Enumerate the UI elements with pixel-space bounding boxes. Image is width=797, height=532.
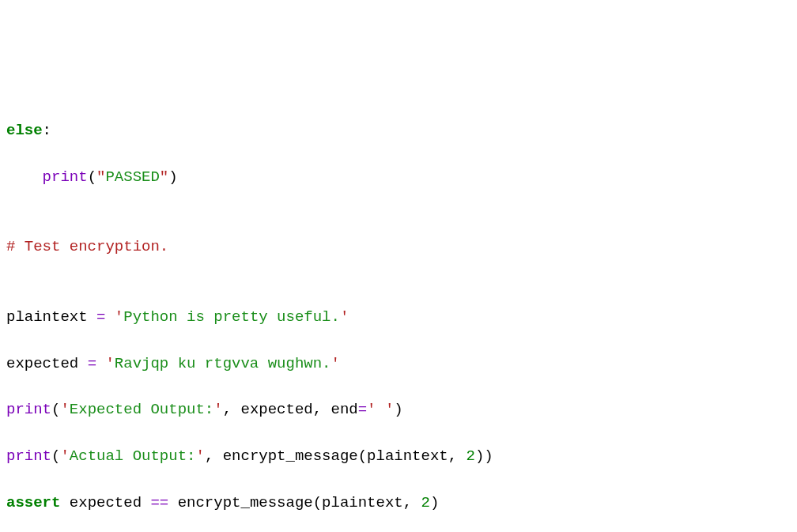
code-line: assert expected == encrypt_message(plain…	[6, 492, 791, 515]
quote: '	[385, 401, 394, 418]
text: encrypt_message(plaintext,	[168, 494, 421, 511]
comment: # Test encryption.	[6, 238, 168, 255]
quote: "	[160, 168, 168, 186]
quote: '	[60, 401, 69, 418]
quote: '	[331, 355, 340, 372]
string: Actual Output:	[70, 447, 196, 465]
text: expected	[60, 494, 150, 511]
code-line: else:	[6, 119, 791, 142]
equals: =	[358, 401, 367, 418]
code-line: expected = 'Ravjqp ku rtgvva wughwn.'	[6, 353, 791, 375]
quote: '	[195, 447, 204, 465]
quote: '	[340, 308, 349, 326]
keyword-assert: assert	[6, 494, 60, 511]
text: , encrypt_message(plaintext,	[205, 447, 466, 465]
paren: )	[168, 168, 177, 186]
string	[376, 401, 385, 418]
code-line: plaintext = 'Python is pretty useful.'	[6, 306, 791, 329]
string: Python is pretty useful.	[123, 308, 340, 326]
keyword-else: else	[6, 122, 43, 139]
indent	[6, 168, 43, 186]
equals: =	[96, 308, 105, 326]
dbl-equals: ==	[150, 494, 168, 511]
number: 2	[421, 494, 430, 511]
code-line: # Test encryption.	[6, 236, 791, 258]
text: , expected, end	[223, 401, 358, 418]
quote: "	[96, 168, 105, 186]
colon: :	[43, 122, 51, 139]
string: Expected Output:	[70, 401, 213, 418]
quote: '	[60, 447, 69, 465]
paren: )	[394, 401, 402, 418]
paren: ))	[475, 447, 493, 465]
var: expected	[6, 355, 88, 372]
code-block: else: print("PASSED") # Test encryption.…	[6, 96, 791, 532]
fn-print: print	[43, 168, 88, 186]
quote: '	[105, 355, 114, 372]
fn-print: print	[6, 447, 51, 465]
space	[96, 355, 105, 372]
code-line: print('Expected Output:', expected, end=…	[6, 398, 791, 421]
quote: '	[115, 308, 123, 326]
quote: '	[367, 401, 376, 418]
fn-print: print	[6, 401, 51, 418]
paren: )	[430, 494, 439, 511]
code-line: print('Actual Output:', encrypt_message(…	[6, 445, 791, 468]
string: Ravjqp ku rtgvva wughwn.	[115, 355, 331, 372]
code-line: print("PASSED")	[6, 166, 791, 189]
string-passed: PASSED	[105, 168, 159, 186]
paren: (	[51, 447, 60, 465]
equals: =	[88, 355, 96, 372]
space	[105, 308, 114, 326]
var: plaintext	[6, 308, 96, 326]
quote: '	[213, 401, 222, 418]
paren: (	[88, 168, 96, 186]
number: 2	[466, 447, 475, 465]
paren: (	[51, 401, 60, 418]
